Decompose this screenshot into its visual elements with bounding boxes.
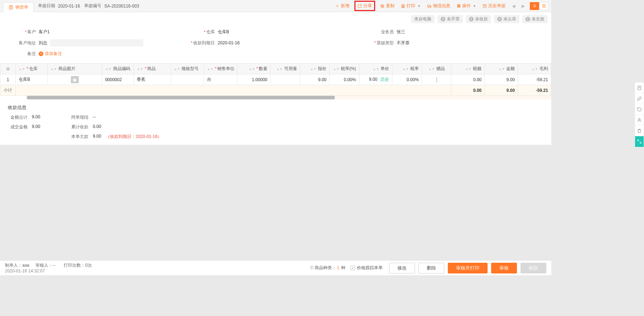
svg-rect-12 [459,6,460,8]
creator-value: aaa [22,263,29,268]
svg-point-17 [639,118,640,120]
side-note-icon[interactable] [635,83,644,93]
audit-button[interactable]: 审核 [491,263,517,273]
cell-gift[interactable] [422,74,451,85]
add-button[interactable]: ＋ 新增 [334,2,351,10]
subtotal-tax: 0.00 [451,85,485,96]
col-image[interactable]: ▲▼商品图片 [48,64,102,74]
col-available[interactable]: ▲▼可用量 [271,64,300,74]
chip-uninvoiced[interactable]: i未开票 [437,15,463,23]
col-rate-pct[interactable]: ▲▼税率(%) [330,64,359,74]
print-button[interactable]: 打印 ▼ [400,2,422,10]
cell-unit[interactable]: 台 [204,74,237,85]
status-row: 来自电脑 i未开票 i未收款 i未出库 i未生效 [0,12,551,25]
cell-image[interactable]: ▣ [48,74,102,85]
salesperson-label: 业务员 [381,29,394,35]
svg-rect-9 [457,4,459,6]
col-product[interactable]: ▲▼*商品 [134,64,171,74]
side-user-icon[interactable] [635,115,644,125]
h-scrollbar[interactable] [0,96,551,99]
info-icon: i [469,17,474,21]
view-list-button[interactable] [530,2,539,10]
price-history-link[interactable]: 历史 [381,77,389,82]
chip-uneffective[interactable]: i未生效 [522,15,548,23]
side-link-icon[interactable] [635,93,644,104]
scroll-thumb[interactable] [27,96,335,99]
side-refresh-icon[interactable] [635,104,644,115]
cell-available[interactable] [271,74,300,85]
cell-product[interactable]: 香蕉 [134,74,171,85]
next-arrow[interactable]: ▶ [520,4,526,9]
col-tax-rate[interactable]: ▲▼税率 [392,64,422,74]
deal-label: 成交金额 [8,124,28,130]
grid-icon [457,4,461,8]
deal-value: 9.00 [32,124,40,130]
chip-unshipped[interactable]: i未出库 [494,15,519,23]
side-trash-icon[interactable] [635,125,644,136]
modify-button[interactable]: 修改 [389,263,415,273]
tab-title: 销货单 [15,4,28,10]
remark-label: 备注 [27,51,36,57]
col-qty[interactable]: ▲▼*数量 [237,64,271,74]
cell-code[interactable]: 0000002 [102,74,134,85]
cell-qty[interactable]: 1.00000 [237,74,271,85]
col-warehouse[interactable]: ▲▼*仓库 [16,64,48,74]
cell-spec[interactable] [171,74,204,85]
print-value: 0次 [85,263,92,268]
cell-quote[interactable]: 9.00 [300,74,330,85]
invoice-type-value[interactable]: 不开票 [397,40,410,46]
info-icon: i [441,17,445,21]
timestamp: 2020-01-16 14:32:07 [5,268,92,274]
active-tab[interactable]: 销货单 [3,2,34,12]
customer-value[interactable]: 客户1 [39,29,50,35]
copy-icon [380,4,384,8]
cell-tax-rate[interactable]: 0.00% [392,74,422,85]
prev-arrow[interactable]: ◀ [510,4,517,9]
due-value[interactable]: 2020-01-16 [218,40,239,45]
form-area: *客户 客户1 *仓库 仓库B 业务员 张三 客户地址 刘总 *收款到期日 20… [0,25,551,63]
col-tax-amount[interactable]: ▲▼税额 [451,64,485,74]
svg-rect-10 [459,4,460,6]
history-button[interactable]: 历史单据 [481,2,507,10]
col-code[interactable]: ▲▼商品编码 [102,64,134,74]
copy-button[interactable]: 复制 [379,2,396,10]
addr-label: 客户地址 [19,40,36,46]
cell-warehouse[interactable]: 仓库B [16,74,48,85]
cell-price[interactable]: 9.00 历史 [359,74,392,85]
side-expand-icon[interactable] [635,136,644,147]
logistics-button[interactable]: 物流信息 [426,2,452,10]
gift-checkbox[interactable] [436,77,437,83]
items-table: ⚙ ▲▼*仓库 ▲▼商品图片 ▲▼商品编码 ▲▼*商品 ▲▼规格型号 ▲▼*销售… [0,63,551,99]
col-amount[interactable]: ▲▼金额 [485,64,518,74]
col-gift[interactable]: ▲▼赠品 [422,64,451,74]
col-unit[interactable]: ▲▼*销售单位 [204,64,237,74]
chip-unpaid[interactable]: i未收款 [466,15,491,23]
salesperson-value[interactable]: 张三 [397,29,405,35]
cell-rate-pct[interactable]: 0.00% [330,74,359,85]
audit-print-button[interactable]: 审核并打印 [448,263,488,273]
col-spec[interactable]: ▲▼规格型号 [171,64,204,74]
col-gross[interactable]: ▲▼毛利 [518,64,551,74]
truck-icon [427,4,432,8]
share-button[interactable]: 分享 [356,2,373,10]
debt-label: 本单欠款 [69,134,88,140]
cum-value: 0.00 [93,124,101,130]
creator-label: 制单人： [5,263,22,268]
delete-button[interactable]: 删除 [418,263,444,273]
subtotal-row: 小计 0.00 9.00 -59.21 [0,85,551,96]
col-gear[interactable]: ⚙ [0,64,16,74]
table-row[interactable]: 1 仓库B ▣ 0000002 香蕉 台 1.00000 9.00 0.00% … [0,74,551,85]
chip-source: 来自电脑 [411,15,435,23]
image-placeholder-icon: ▣ [71,76,79,83]
customer-label: 客户 [27,29,36,35]
col-price[interactable]: ▲▼单价 [359,64,392,74]
price-follow-check[interactable]: ✓ 价格跟踪本单 [350,265,383,271]
add-remark-button[interactable]: + 添加备注 [39,51,62,57]
operate-button[interactable]: 操作 ▼ [455,2,478,10]
view-card-button[interactable] [539,2,548,10]
svg-rect-14 [542,4,543,7]
payment-title: 收款信息 [8,104,543,111]
col-quote[interactable]: ▲▼报价 [300,64,330,74]
warehouse-value[interactable]: 仓库B [218,29,229,35]
print-label: 打印次数： [64,263,85,268]
